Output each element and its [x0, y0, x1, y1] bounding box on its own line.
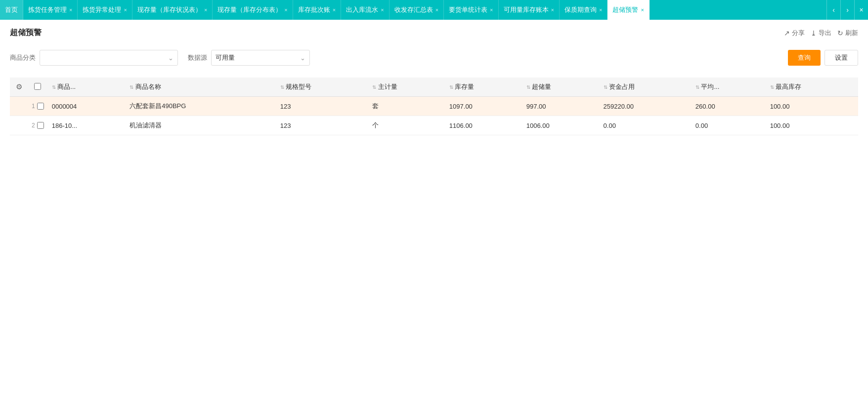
col-settings-header: ⚙: [10, 78, 28, 97]
datasource-chevron-icon: ⌄: [300, 54, 305, 62]
col-avg-header: ⇅ 平均...: [692, 78, 766, 97]
col-capital-label: 资金占用: [609, 83, 635, 90]
select-all-checkbox[interactable]: [34, 83, 41, 90]
nav-label-summary: 收发存汇总表: [394, 5, 433, 14]
col-spec-header: ⇅ 规格型号: [276, 78, 368, 97]
page-header: 超储预警 ↗ 分享 ⤓ 导出 ↻ 刷新: [10, 28, 858, 38]
col-name-label: 商品名称: [135, 83, 161, 90]
export-button[interactable]: ⤓ 导出: [811, 29, 831, 38]
nav-label-available: 可用量库存账本: [504, 5, 549, 14]
sort-icon-overstock: ⇅: [526, 84, 530, 90]
col-maxstock-header: ⇅ 最高库存: [766, 78, 858, 97]
nav-item-quality[interactable]: 保质期查询 ×: [560, 0, 608, 20]
sort-icon-maxstock: ⇅: [770, 84, 774, 90]
row-maxstock: 100.00: [766, 116, 858, 135]
datasource-label: 数据源: [188, 53, 207, 62]
col-overstock-header: ⇅ 超储量: [522, 78, 600, 97]
refresh-button[interactable]: ↻ 刷新: [837, 29, 858, 38]
row-unit: 个: [368, 116, 445, 135]
row-index: 2: [32, 122, 35, 129]
row-checkbox[interactable]: [37, 122, 44, 129]
nav-item-task[interactable]: 拣货任务管理 ×: [23, 0, 78, 20]
share-button[interactable]: ↗ 分享: [784, 29, 805, 38]
row-maxstock: 100.00: [766, 97, 858, 116]
datasource-select[interactable]: 可用量 ⌄: [211, 50, 310, 66]
col-name-header: ⇅ 商品名称: [126, 78, 276, 97]
nav-close-all[interactable]: ×: [854, 0, 868, 20]
row-checkbox[interactable]: [37, 103, 44, 110]
sort-icon-spec: ⇅: [280, 84, 284, 90]
row-unit: 套: [368, 97, 445, 116]
row-check: 1: [28, 97, 48, 116]
col-code-header: ⇅ 商品...: [48, 78, 126, 97]
table-row: 2 186-10... 机油滤清器 123 个 1106.00 1006.00 …: [10, 116, 858, 135]
table-settings-icon[interactable]: ⚙: [16, 82, 22, 91]
col-stock-header: ⇅ 库存量: [445, 78, 522, 97]
row-code: 186-10...: [48, 116, 126, 135]
nav-item-batch[interactable]: 库存批次账 ×: [293, 0, 341, 20]
refresh-label: 刷新: [845, 29, 858, 38]
nav-label-flow: 出入库流水: [346, 5, 378, 14]
nav-label-overstock: 超储预警: [612, 5, 638, 14]
nav-close-quality[interactable]: ×: [599, 7, 602, 13]
page-content: 超储预警 ↗ 分享 ⤓ 导出 ↻ 刷新 商品分类 ⌄ 数据源: [0, 20, 868, 395]
nav-arrows: ‹ › ×: [826, 0, 868, 20]
sort-icon-stock: ⇅: [449, 84, 453, 90]
query-button[interactable]: 查询: [788, 50, 821, 66]
nav-close-flow[interactable]: ×: [381, 7, 384, 13]
nav-item-available[interactable]: 可用量库存账本 ×: [499, 0, 560, 20]
nav-close-available[interactable]: ×: [551, 7, 554, 13]
sort-icon-avg: ⇅: [695, 84, 699, 90]
col-capital-header: ⇅ 资金占用: [600, 78, 692, 97]
row-settings: [10, 97, 28, 116]
row-spec: 123: [276, 97, 368, 116]
col-unit-label: 主计量: [378, 83, 397, 90]
sort-icon-unit: ⇅: [372, 84, 376, 90]
export-label: 导出: [819, 29, 831, 38]
row-settings: [10, 116, 28, 135]
nav-label-quality: 保质期查询: [564, 5, 597, 14]
nav-item-overstock[interactable]: 超储预警 ×: [608, 0, 649, 20]
nav-close-stock-dist[interactable]: ×: [284, 7, 287, 13]
nav-arrow-left[interactable]: ‹: [826, 0, 840, 20]
col-unit-header: ⇅ 主计量: [368, 78, 445, 97]
nav-close-batch[interactable]: ×: [333, 7, 336, 13]
nav-close-task[interactable]: ×: [69, 7, 72, 13]
top-navigation: 首页 拣货任务管理 × 拣货异常处理 × 现存量（库存状况表） × 现存量（库存…: [0, 0, 868, 20]
nav-arrow-right[interactable]: ›: [840, 0, 854, 20]
category-filter-group: 商品分类 ⌄: [10, 50, 178, 66]
nav-item-home[interactable]: 首页: [0, 0, 23, 20]
nav-close-stock-status[interactable]: ×: [204, 7, 207, 13]
nav-item-summary[interactable]: 收发存汇总表 ×: [390, 0, 444, 20]
nav-close-abnormal[interactable]: ×: [124, 7, 127, 13]
nav-close-summary[interactable]: ×: [435, 7, 438, 13]
category-select[interactable]: ⌄: [40, 50, 178, 66]
header-actions: ↗ 分享 ⤓ 导出 ↻ 刷新: [784, 29, 858, 38]
nav-label-batch: 库存批次账: [298, 5, 330, 14]
nav-label-order-stats: 要货单统计表: [449, 5, 487, 14]
filter-actions: 查询 设置: [788, 50, 858, 66]
row-index: 1: [32, 103, 35, 110]
table-row: 1 0000004 六配套新昌490BPG 123 套 1097.00 997.…: [10, 97, 858, 116]
nav-label-stock-status: 现存量（库存状况表）: [137, 5, 202, 14]
settings-button[interactable]: 设置: [825, 50, 858, 66]
nav-close-overstock[interactable]: ×: [641, 7, 644, 13]
row-avg: 0.00: [692, 116, 766, 135]
sort-icon-capital: ⇅: [604, 84, 608, 90]
col-check-header: [28, 78, 48, 97]
export-icon: ⤓: [811, 29, 817, 37]
sort-icon-name: ⇅: [130, 84, 133, 90]
row-stock: 1106.00: [445, 116, 522, 135]
nav-item-stock-dist[interactable]: 现存量（库存分布表） ×: [213, 0, 293, 20]
row-capital: 0.00: [600, 116, 692, 135]
nav-item-order-stats[interactable]: 要货单统计表 ×: [444, 0, 498, 20]
nav-item-flow[interactable]: 出入库流水 ×: [341, 0, 389, 20]
page-title: 超储预警: [10, 28, 42, 38]
share-icon: ↗: [784, 29, 790, 37]
row-name: 机油滤清器: [126, 116, 276, 135]
row-overstock: 997.00: [522, 97, 600, 116]
nav-item-stock-status[interactable]: 现存量（库存状况表） ×: [132, 0, 213, 20]
nav-close-order-stats[interactable]: ×: [490, 7, 493, 13]
nav-item-abnormal[interactable]: 拣货异常处理 ×: [78, 0, 132, 20]
row-overstock: 1006.00: [522, 116, 600, 135]
